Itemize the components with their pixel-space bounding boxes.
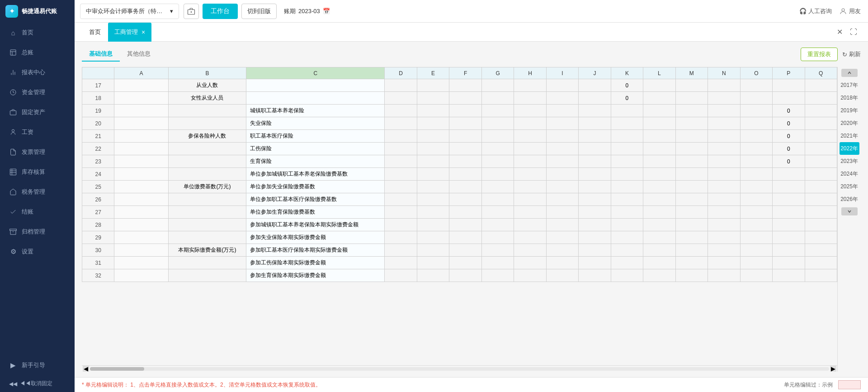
cell-o[interactable] [740,193,772,206]
cell-q[interactable] [805,79,837,92]
cell-h[interactable] [514,244,546,257]
cell-k[interactable] [611,231,643,244]
cell-n[interactable] [708,244,740,257]
cell-a[interactable] [114,92,168,105]
cell-m[interactable] [675,269,708,282]
sidebar-item-report[interactable]: 报表中心 [0,62,75,82]
cell-k[interactable] [611,257,643,269]
cell-n[interactable] [708,231,740,244]
cell-f[interactable] [449,155,481,168]
cell-l[interactable] [643,117,675,130]
cell-i[interactable] [546,193,578,206]
cell-a[interactable] [114,193,168,206]
cell-a[interactable] [114,143,168,155]
cell-n[interactable] [708,193,740,206]
cell-q[interactable] [805,269,837,282]
cell-d[interactable] [385,231,417,244]
cell-q[interactable] [805,117,837,130]
reset-report-button[interactable]: 重置报表 [801,48,838,61]
cell-p[interactable] [773,193,805,206]
cell-c[interactable]: 参加工伤保险本期实际缴费金额 [246,257,385,269]
cell-p[interactable] [773,181,805,193]
cell-i[interactable] [546,257,578,269]
cell-p[interactable]: 0 [773,143,805,155]
sidebar-item-close[interactable]: 结账 [0,202,75,222]
cell-j[interactable] [579,143,611,155]
cell-h[interactable] [514,206,546,219]
cell-o[interactable] [740,130,772,143]
cell-m[interactable] [675,130,708,143]
cell-p[interactable]: 0 [773,155,805,168]
year-item[interactable]: 2025年 [840,180,859,193]
cell-l[interactable] [643,269,675,282]
cell-a[interactable] [114,244,168,257]
cell-e[interactable] [417,231,449,244]
cell-l[interactable] [643,219,675,231]
cell-h[interactable] [514,231,546,244]
sidebar-item-ledger[interactable]: 总账 [0,43,75,62]
cell-b[interactable]: 女性从业人员 [168,92,246,105]
cell-o[interactable] [740,143,772,155]
cell-e[interactable] [417,130,449,143]
cell-j[interactable] [579,117,611,130]
cell-c[interactable]: 单位参加城镇职工基本养老保险缴费基数 [246,168,385,181]
cell-g[interactable] [481,257,514,269]
cell-a[interactable] [114,219,168,231]
window-close-button[interactable]: ✕ [833,26,846,38]
cell-d[interactable] [385,168,417,181]
cell-o[interactable] [740,269,772,282]
spreadsheet[interactable]: A B C D E F G H I J [82,67,837,365]
cell-q[interactable] [805,231,837,244]
cell-j[interactable] [579,168,611,181]
cell-f[interactable] [449,130,481,143]
cell-a[interactable] [114,269,168,282]
cell-l[interactable] [643,206,675,219]
cell-b[interactable] [168,257,246,269]
tab-close-icon[interactable]: × [142,29,145,36]
cell-l[interactable] [643,168,675,181]
cell-p[interactable]: 0 [773,130,805,143]
cell-q[interactable] [805,206,837,219]
cell-n[interactable] [708,130,740,143]
cell-e[interactable] [417,193,449,206]
cell-h[interactable] [514,130,546,143]
cell-k[interactable] [611,117,643,130]
cell-c[interactable]: 生育保险 [246,155,385,168]
cell-d[interactable] [385,193,417,206]
cell-b[interactable] [168,269,246,282]
cell-m[interactable] [675,79,708,92]
cell-a[interactable] [114,206,168,219]
cell-f[interactable] [449,269,481,282]
cell-d[interactable] [385,269,417,282]
cell-h[interactable] [514,257,546,269]
year-item[interactable]: 2019年 [840,104,859,117]
cell-j[interactable] [579,181,611,193]
cell-h[interactable] [514,92,546,105]
cell-d[interactable] [385,92,417,105]
year-item[interactable]: 2017年 [840,79,859,91]
cell-l[interactable] [643,92,675,105]
cell-h[interactable] [514,79,546,92]
cell-k[interactable] [611,206,643,219]
cell-p[interactable]: 0 [773,105,805,117]
cell-b[interactable]: 参保各险种人数 [168,130,246,143]
cell-m[interactable] [675,105,708,117]
cell-k[interactable] [611,105,643,117]
refresh-button[interactable]: ↻ 刷新 [842,50,861,58]
cell-i[interactable] [546,244,578,257]
cell-l[interactable] [643,105,675,117]
cell-j[interactable] [579,130,611,143]
cell-i[interactable] [546,79,578,92]
cell-a[interactable] [114,105,168,117]
cell-f[interactable] [449,143,481,155]
cell-m[interactable] [675,168,708,181]
cell-f[interactable] [449,105,481,117]
cell-c[interactable]: 参加生育保险本期实际缴费金额 [246,269,385,282]
cell-h[interactable] [514,219,546,231]
cell-p[interactable] [773,244,805,257]
cell-n[interactable] [708,206,740,219]
cell-d[interactable] [385,155,417,168]
year-down-button[interactable] [841,207,858,215]
cell-e[interactable] [417,206,449,219]
cell-n[interactable] [708,155,740,168]
